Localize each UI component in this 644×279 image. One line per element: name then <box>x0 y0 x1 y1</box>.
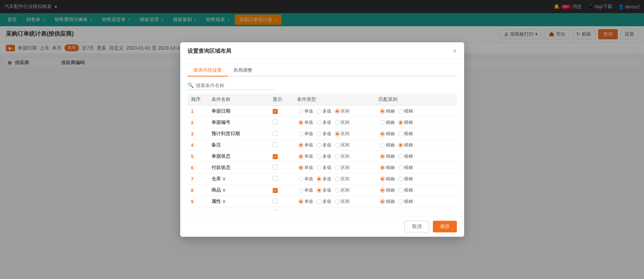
radio-label: 单值 <box>304 131 313 137</box>
type-option-多值[interactable]: 多值 <box>315 119 333 126</box>
show-checkbox[interactable] <box>273 154 278 159</box>
type-option-多值[interactable]: 多值 <box>315 187 333 193</box>
settings-dialog: 设置查询区域布局 × 查询字段设置 布局调整 🔍 顺序 <box>180 42 464 200</box>
radio-dot <box>299 131 303 136</box>
radio-label: 多值 <box>323 199 331 200</box>
type-option-单值[interactable]: 单值 <box>297 153 315 160</box>
cell-order: 7 <box>187 173 208 185</box>
radio-dot <box>317 120 321 125</box>
type-option-区间[interactable]: 区间 <box>333 165 351 171</box>
cell-order: 6 <box>187 162 208 173</box>
cell-match: 精确模糊 <box>375 196 457 200</box>
radio-dot <box>380 143 385 148</box>
type-option-多值[interactable]: 多值 <box>315 199 333 200</box>
type-option-单值[interactable]: 单值 <box>297 176 315 182</box>
cell-type: 单值多值区间 <box>293 185 375 196</box>
cell-order: 2 <box>187 117 208 128</box>
show-checkbox[interactable] <box>273 199 278 200</box>
radio-label: 单值 <box>304 119 313 126</box>
radio-dot <box>398 143 403 148</box>
type-option-多值[interactable]: 多值 <box>315 131 333 137</box>
cell-order: 8 <box>187 185 208 196</box>
cell-match: 精确模糊 <box>375 185 457 196</box>
radio-label: 区间 <box>341 108 349 114</box>
match-option-精确[interactable]: 精确 <box>379 131 396 137</box>
table-header-row: 顺序 条件名称 显示 条件类型 匹配原则 <box>187 94 457 106</box>
show-checkbox[interactable] <box>273 119 278 125</box>
tab-layout-adjust[interactable]: 布局调整 <box>228 65 258 76</box>
table-row: 4备注单值多值区间精确模糊 <box>187 140 457 151</box>
show-checkbox[interactable] <box>273 165 278 170</box>
show-checkbox[interactable] <box>273 176 278 181</box>
search-input[interactable] <box>196 83 269 88</box>
type-option-单值[interactable]: 单值 <box>297 108 315 114</box>
match-option-精确[interactable]: 精确 <box>379 165 396 171</box>
match-option-精确[interactable]: 精确 <box>379 199 396 200</box>
radio-label: 多值 <box>323 176 331 182</box>
dialog-close-button[interactable]: × <box>453 47 457 55</box>
type-option-区间[interactable]: 区间 <box>333 153 351 160</box>
match-option-模糊[interactable]: 模糊 <box>397 199 414 200</box>
cell-name: 单据状态 <box>208 151 269 162</box>
radio-dot <box>398 131 403 136</box>
type-option-单值[interactable]: 单值 <box>297 165 315 171</box>
match-option-精确[interactable]: 精确 <box>379 142 396 148</box>
show-checkbox[interactable] <box>273 131 278 136</box>
radio-label: 精确 <box>386 176 395 182</box>
cell-name: 单据日期 <box>208 106 269 117</box>
type-option-多值[interactable]: 多值 <box>315 108 333 114</box>
type-option-单值[interactable]: 单值 <box>297 131 315 137</box>
tab-field-settings[interactable]: 查询字段设置 <box>187 65 228 76</box>
match-option-模糊[interactable]: 模糊 <box>397 176 414 182</box>
radio-dot <box>380 109 385 114</box>
type-option-单值[interactable]: 单值 <box>297 119 315 126</box>
radio-label: 精确 <box>386 153 395 160</box>
match-option-模糊[interactable]: 模糊 <box>397 119 414 126</box>
show-checkbox[interactable] <box>273 142 278 147</box>
show-checkbox[interactable] <box>273 188 278 193</box>
radio-dot <box>380 131 385 136</box>
radio-dot <box>317 109 321 114</box>
match-option-精确[interactable]: 精确 <box>379 119 396 126</box>
match-option-精确[interactable]: 精确 <box>379 187 396 193</box>
type-option-区间[interactable]: 区间 <box>333 176 351 182</box>
type-option-单值[interactable]: 单值 <box>297 187 315 193</box>
type-option-多值[interactable]: 多值 <box>315 176 333 182</box>
modal-overlay: 设置查询区域布局 × 查询字段设置 布局调整 🔍 顺序 <box>0 0 644 200</box>
type-option-多值[interactable]: 多值 <box>315 165 333 171</box>
show-checkbox[interactable] <box>273 109 278 114</box>
cell-match: 精确模糊 <box>375 106 457 117</box>
match-option-模糊[interactable]: 模糊 <box>397 187 414 193</box>
cell-show <box>269 162 293 173</box>
radio-label: 模糊 <box>404 165 413 171</box>
type-option-区间[interactable]: 区间 <box>333 108 351 114</box>
match-option-模糊[interactable]: 模糊 <box>397 131 414 137</box>
match-option-模糊[interactable]: 模糊 <box>397 153 414 160</box>
radio-label: 精确 <box>386 199 395 200</box>
cell-type: 单值多值区间 <box>293 162 375 173</box>
radio-dot <box>398 154 403 159</box>
radio-label: 多值 <box>323 119 331 126</box>
type-option-区间[interactable]: 区间 <box>333 119 351 126</box>
th-match: 匹配原则 <box>375 94 457 106</box>
type-option-区间[interactable]: 区间 <box>333 142 351 148</box>
match-option-模糊[interactable]: 模糊 <box>397 108 414 114</box>
type-option-区间[interactable]: 区间 <box>333 199 351 200</box>
radio-dot <box>398 120 403 125</box>
type-option-多值[interactable]: 多值 <box>315 153 333 160</box>
match-option-模糊[interactable]: 模糊 <box>397 142 414 148</box>
radio-label: 精确 <box>386 108 395 114</box>
type-option-区间[interactable]: 区间 <box>333 131 351 137</box>
type-option-多值[interactable]: 多值 <box>315 142 333 148</box>
radio-dot <box>335 199 340 200</box>
match-option-模糊[interactable]: 模糊 <box>397 165 414 171</box>
radio-dot <box>398 109 403 114</box>
type-option-单值[interactable]: 单值 <box>297 199 315 200</box>
match-option-精确[interactable]: 精确 <box>379 176 396 182</box>
match-option-精确[interactable]: 精确 <box>379 153 396 160</box>
match-option-精确[interactable]: 精确 <box>379 108 396 114</box>
radio-label: 区间 <box>341 187 349 193</box>
radio-label: 模糊 <box>404 187 413 193</box>
type-option-单值[interactable]: 单值 <box>297 142 315 148</box>
type-option-区间[interactable]: 区间 <box>333 187 351 193</box>
